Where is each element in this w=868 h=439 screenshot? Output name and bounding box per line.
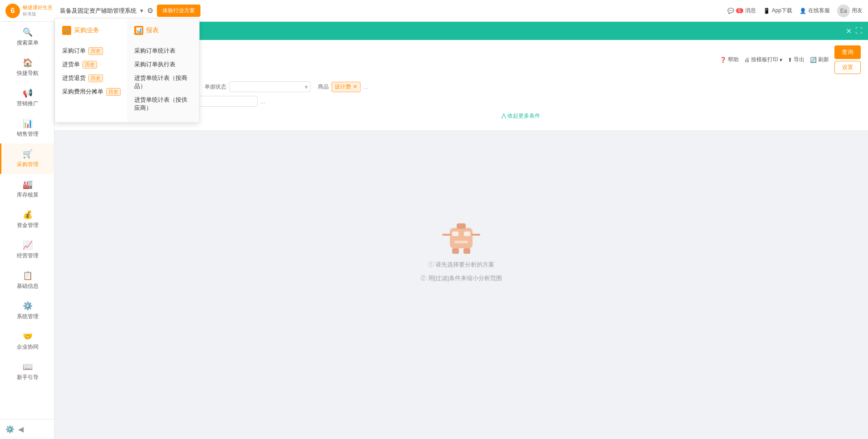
help-label: 帮助 xyxy=(728,56,739,64)
svg-rect-8 xyxy=(463,248,470,254)
refresh-icon: 🔄 xyxy=(810,57,817,63)
sidebar-item-search[interactable]: 🔍 搜索菜单 xyxy=(0,22,54,52)
staff-dots[interactable]: ... xyxy=(260,98,265,105)
nav-icon: 🏠 xyxy=(23,58,33,68)
help-btn[interactable]: ❓ 帮助 xyxy=(720,56,739,64)
sidebar-label-basic: 基础信息 xyxy=(17,282,39,290)
dropdown-purchase-order-exec-report[interactable]: 采购订单执行表 xyxy=(134,58,192,71)
search-icon: 🔍 xyxy=(23,27,33,37)
refresh-btn[interactable]: 🔄 刷新 xyxy=(810,56,829,64)
sidebar-settings-btn[interactable]: ⚙️ xyxy=(5,425,15,434)
sidebar-label-marketing: 营销推广 xyxy=(17,100,39,108)
print-btn[interactable]: 🖨 按模板打印 ▾ xyxy=(744,56,782,64)
system-dropdown-btn[interactable]: ▾ xyxy=(140,7,143,14)
svg-rect-7 xyxy=(452,248,459,254)
system-icon: ⚙️ xyxy=(23,301,33,311)
voucher-status-label: 单据状态 xyxy=(205,83,226,91)
sidebar-item-finance[interactable]: 💰 资金管理 xyxy=(0,204,54,235)
voucher-status-select[interactable] xyxy=(229,81,311,92)
logo-area: 6 畅捷通好生意 标准版 xyxy=(5,4,60,18)
filter-voucher-status: 单据状态 ▾ xyxy=(205,81,311,92)
sidebar-item-guide[interactable]: 📖 新手引导 xyxy=(0,356,54,387)
export-btn[interactable]: ⬆ 导出 xyxy=(788,56,805,64)
sidebar-item-sales[interactable]: 📊 销售管理 xyxy=(0,113,54,143)
dropdown-goods-report-by-product[interactable]: 进货单统计表（按商品） xyxy=(134,71,192,93)
message-btn[interactable]: 💬 6 消息 xyxy=(727,7,756,15)
tab-window-btns: ✕ ⛶ xyxy=(840,27,868,35)
dropdown-goods-return[interactable]: 进货退货 历史 xyxy=(62,71,127,85)
message-icon: 💬 xyxy=(727,8,734,14)
dropdown-grid: 🛒 采购业务 采购订单 历史 进货单 历史 进货退货 历史 采购费用分摊单 历史 xyxy=(62,26,192,115)
purchase-order-exec-label: 采购订单执行表 xyxy=(134,60,176,69)
sidebar-item-operations[interactable]: 📈 经营管理 xyxy=(0,235,54,265)
collapse-label: 收起更多条件 xyxy=(507,112,540,120)
sidebar-label-sales: 销售管理 xyxy=(17,130,39,138)
service-icon: 👤 xyxy=(800,8,806,14)
dropdown-purchase-order[interactable]: 采购订单 历史 xyxy=(62,44,127,58)
goods-report-product-label: 进货单统计表（按商品） xyxy=(134,74,192,90)
query-btn[interactable]: 查询 xyxy=(834,45,861,59)
settings-small-btn[interactable]: 设置 xyxy=(834,61,861,74)
sidebar-item-marketing[interactable]: 📢 营销推广 xyxy=(0,83,54,113)
sidebar-label-guide: 新手引导 xyxy=(17,374,39,381)
sales-icon: 📊 xyxy=(23,118,33,128)
sidebar-item-nav[interactable]: 🏠 快捷导航 xyxy=(0,52,54,83)
report-col-header: 📊 报表 xyxy=(134,26,192,39)
basic-icon: 📋 xyxy=(23,271,33,281)
sidebar-label-cooperation: 企业协同 xyxy=(17,343,39,351)
app-download-btn[interactable]: 📱 App下载 xyxy=(763,7,792,15)
svg-rect-4 xyxy=(457,223,466,229)
sidebar-item-cooperation[interactable]: 🤝 企业协同 xyxy=(0,326,54,356)
sidebar-collapse-btn[interactable]: ◀ xyxy=(18,425,24,434)
sidebar-item-basic[interactable]: 📋 基础信息 xyxy=(0,265,54,296)
export-label: 导出 xyxy=(794,56,805,64)
empty-hint2-text: 用[过滤]条件来缩小分析范围 xyxy=(428,275,502,281)
sidebar-item-purchase[interactable]: 🛒 采购管理 xyxy=(0,143,54,174)
purchase-dropdown-menu: 🛒 采购业务 采购订单 历史 进货单 历史 进货退货 历史 采购费用分摊单 历史 xyxy=(54,18,200,123)
refresh-label: 刷新 xyxy=(818,56,829,64)
online-service-btn[interactable]: 👤 在线客服 xyxy=(800,7,830,15)
history-badge-0: 历史 xyxy=(88,47,103,55)
history-badge-2: 历史 xyxy=(88,74,103,82)
user-label: 用友 xyxy=(852,7,863,15)
svg-rect-0 xyxy=(450,228,473,248)
sidebar-label-purchase: 采购管理 xyxy=(17,161,39,168)
goods-dots[interactable]: ... xyxy=(363,84,368,90)
collapse-icon: ⋀ xyxy=(502,113,506,119)
tab-close-window-btn[interactable]: ✕ xyxy=(846,27,852,35)
marketing-icon: 📢 xyxy=(23,88,33,98)
sidebar-item-inventory[interactable]: 🏭 库存核算 xyxy=(0,174,54,204)
dropdown-goods-receipt[interactable]: 进货单 历史 xyxy=(62,58,127,71)
sidebar: 🔍 搜索菜单 🏠 快捷导航 📢 营销推广 📊 销售管理 🛒 采购管理 🏭 库存核… xyxy=(0,22,54,439)
print-dropdown-icon: ▾ xyxy=(780,57,782,63)
svg-rect-1 xyxy=(452,232,458,236)
message-badge: 6 xyxy=(736,8,743,13)
logo-sub: 标准版 xyxy=(23,11,53,17)
empty-illustration xyxy=(439,219,484,255)
goods-tag-close[interactable]: ✕ xyxy=(353,84,357,90)
tab-maximize-btn[interactable]: ⛶ xyxy=(855,27,863,35)
sidebar-label-operations: 经营管理 xyxy=(17,252,39,260)
purchase-col-icon: 🛒 xyxy=(62,26,71,35)
sidebar-item-system[interactable]: ⚙️ 系统管理 xyxy=(0,296,54,326)
header-settings-btn[interactable]: ⚙ xyxy=(147,6,153,15)
operations-icon: 📈 xyxy=(23,240,33,250)
goods-report-supplier-label: 进货单统计表（按供应商） xyxy=(134,96,192,112)
phone-icon: 📱 xyxy=(763,8,770,14)
finance-icon: 💰 xyxy=(23,210,33,220)
dropdown-goods-report-by-supplier[interactable]: 进货单统计表（按供应商） xyxy=(134,93,192,115)
user-btn[interactable]: Ea 用友 xyxy=(837,5,863,17)
industry-btn[interactable]: 体验行业方案 xyxy=(157,5,200,17)
dropdown-purchase-expense[interactable]: 采购费用分摊单 历史 xyxy=(62,85,127,99)
message-label: 消息 xyxy=(745,7,756,15)
print-label: 按模板打印 xyxy=(751,56,778,64)
goods-tag-text: 设计费 xyxy=(335,83,351,91)
dropdown-purchase-order-report[interactable]: 采购订单统计表 xyxy=(134,44,192,58)
purchase-col-header: 🛒 采购业务 xyxy=(62,26,127,39)
sidebar-label-finance: 资金管理 xyxy=(17,222,39,229)
logo-text: 畅捷通好生意 xyxy=(23,4,53,10)
help-icon: ❓ xyxy=(720,57,727,63)
collapse-btn[interactable]: ⋀ 收起更多条件 xyxy=(502,112,540,120)
sidebar-bottom: ⚙️ ◀ xyxy=(0,419,54,439)
avatar: Ea xyxy=(837,5,850,17)
